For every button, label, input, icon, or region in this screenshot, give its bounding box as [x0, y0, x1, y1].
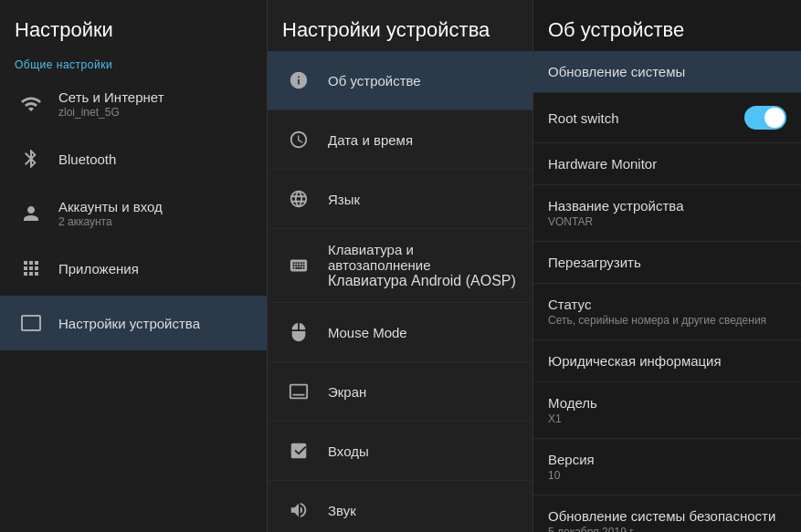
mid-item-screen[interactable]: Экран — [268, 362, 532, 422]
mid-panel: Настройки устройства Об устройстве Дата … — [268, 0, 533, 532]
right-item-version[interactable]: Версия 10 — [533, 439, 801, 495]
right-item-device-name[interactable]: Название устройства VONTAR — [533, 185, 801, 242]
mid-label-screen: Экран — [328, 384, 366, 400]
info-icon — [282, 64, 315, 97]
sidebar-item-network[interactable]: Сеть и Интернет zloi_inet_5G — [0, 77, 267, 131]
right-label-security-patch: Обновление системы безопасности — [548, 508, 775, 524]
right-label-device-name: Название устройства — [548, 198, 683, 214]
bluetooth-icon — [15, 142, 47, 175]
mid-item-language[interactable]: Язык — [268, 170, 532, 229]
left-nav: Сеть и Интернет zloi_inet_5G Bluetooth А… — [0, 77, 267, 350]
right-label-legal: Юридическая информация — [548, 353, 722, 369]
mid-label-mouse: Mouse Mode — [328, 325, 407, 340]
right-label-hardware-monitor: Hardware Monitor — [548, 156, 657, 172]
sidebar-label-network: Сеть и Интернет — [58, 89, 164, 105]
right-panel: Об устройстве Обновление системы Root sw… — [533, 0, 801, 532]
sidebar-label-accounts: Аккаунты и вход — [58, 199, 163, 214]
mid-item-mouse[interactable]: Mouse Mode — [268, 303, 532, 362]
wifi-icon — [15, 88, 47, 120]
sidebar-sub-accounts: 2 аккаунта — [58, 215, 163, 228]
right-item-system-update[interactable]: Обновление системы — [533, 51, 801, 93]
right-sub-model: X1 — [548, 412, 597, 425]
right-label-restart: Перезагрузить — [548, 255, 641, 270]
keyboard-icon — [282, 249, 315, 282]
mid-item-keyboard[interactable]: Клавиатура и автозаполнение Клавиатура A… — [268, 229, 532, 303]
sidebar-item-device-settings[interactable]: Настройки устройства — [0, 296, 267, 350]
mid-label-keyboard: Клавиатура и автозаполнение — [328, 242, 518, 273]
right-item-legal[interactable]: Юридическая информация — [533, 340, 801, 382]
mid-nav: Об устройстве Дата и время Язык Клавиату… — [268, 51, 532, 532]
right-item-status[interactable]: Статус Сеть, серийные номера и другие св… — [533, 284, 801, 340]
right-item-hardware-monitor[interactable]: Hardware Monitor — [533, 143, 801, 185]
right-item-restart[interactable]: Перезагрузить — [533, 242, 801, 284]
mid-label-inputs: Входы — [328, 443, 369, 459]
right-label-model: Модель — [548, 395, 597, 411]
sound-icon — [282, 494, 315, 527]
left-panel: Настройки Общие настройки Сеть и Интерне… — [0, 0, 268, 532]
right-nav: Обновление системы Root switch Hardware … — [533, 51, 801, 532]
account-icon — [15, 197, 47, 230]
sidebar-label-device-settings: Настройки устройства — [58, 316, 200, 331]
clock-icon — [282, 123, 315, 156]
device-settings-icon — [15, 307, 47, 339]
sidebar-item-bluetooth[interactable]: Bluetooth — [0, 131, 267, 186]
right-sub-version: 10 — [548, 469, 595, 482]
sidebar-item-apps[interactable]: Приложения — [0, 241, 267, 296]
mouse-icon — [282, 316, 315, 349]
right-sub-device-name: VONTAR — [548, 215, 683, 228]
mid-item-datetime[interactable]: Дата и время — [268, 110, 532, 170]
mid-label-about: Об устройстве — [328, 73, 421, 89]
mid-sub-keyboard: Клавиатура Android (AOSP) — [328, 273, 518, 289]
right-panel-title: Об устройстве — [533, 0, 801, 51]
right-sub-status: Сеть, серийные номера и другие сведения — [548, 314, 766, 327]
mid-item-sound[interactable]: Звук — [268, 481, 532, 532]
right-item-model[interactable]: Модель X1 — [533, 382, 801, 439]
mid-item-about[interactable]: Об устройстве — [268, 51, 532, 110]
right-label-version: Версия — [548, 452, 595, 467]
apps-icon — [15, 252, 47, 285]
language-icon — [282, 183, 315, 215]
section-label: Общие настройки — [0, 51, 267, 77]
right-sub-security-patch: 5 декабря 2019 г. — [548, 526, 775, 532]
right-label-system-update: Обновление системы — [548, 64, 685, 79]
sidebar-item-accounts[interactable]: Аккаунты и вход 2 аккаунта — [0, 186, 267, 241]
mid-item-inputs[interactable]: Входы — [268, 422, 532, 481]
right-label-status: Статус — [548, 297, 766, 312]
right-label-root-switch: Root switch — [548, 110, 619, 126]
mid-panel-title: Настройки устройства — [268, 0, 532, 51]
mid-label-datetime: Дата и время — [328, 132, 413, 148]
right-item-security-patch[interactable]: Обновление системы безопасности 5 декабр… — [533, 495, 801, 532]
sidebar-label-apps: Приложения — [58, 261, 139, 276]
inputs-icon — [282, 434, 315, 467]
screen-icon — [282, 375, 315, 408]
right-item-root-switch[interactable]: Root switch — [533, 93, 801, 143]
sidebar-label-bluetooth: Bluetooth — [58, 151, 116, 167]
mid-label-sound: Звук — [328, 503, 356, 518]
sidebar-sub-network: zloi_inet_5G — [58, 106, 164, 119]
toggle-root-switch[interactable] — [744, 106, 786, 130]
mid-label-language: Язык — [328, 192, 360, 207]
left-panel-title: Настройки — [0, 0, 267, 51]
